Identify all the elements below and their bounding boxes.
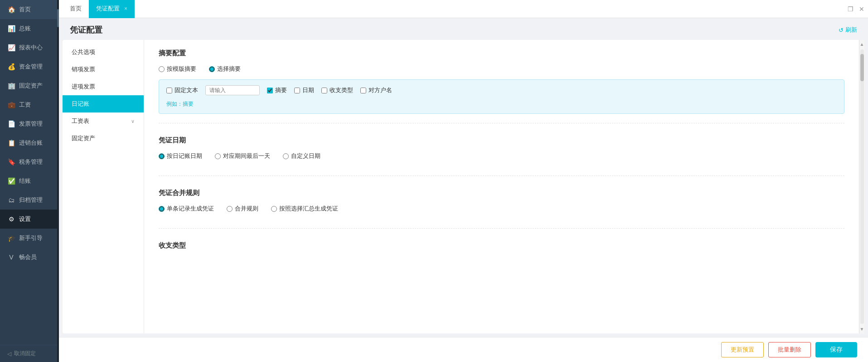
sidebar-item-checkout[interactable]: ✅结账 xyxy=(0,171,59,191)
radio-merge-rule-input[interactable] xyxy=(227,206,233,212)
sidebar-item-settings[interactable]: ⚙设置 xyxy=(0,210,59,229)
sidebar-item-salary[interactable]: 💼工资 xyxy=(0,95,59,114)
footer: 更新预置 批量删除 保存 xyxy=(59,337,868,362)
checkbox-date-label: 日期 xyxy=(302,86,314,94)
left-nav-label: 日记账 xyxy=(72,100,89,108)
scrollbar-up-button[interactable]: ▲ xyxy=(860,40,864,49)
radio-last-day-input[interactable] xyxy=(215,153,221,159)
radio-summary-voucher[interactable]: 按照选择汇总生成凭证 xyxy=(271,205,338,213)
fixed-text-input[interactable] xyxy=(205,85,260,95)
voucher-date-title: 凭证日期 xyxy=(159,136,844,145)
sidebar-item-trade[interactable]: 📋进销台账 xyxy=(0,133,59,152)
checkbox-date[interactable]: 日期 xyxy=(294,86,314,94)
summary-checkbox-row: 固定文本 摘要 日期 xyxy=(166,85,837,95)
radio-merge-rule[interactable]: 合并规则 xyxy=(227,205,258,213)
page-title: 凭证配置 xyxy=(70,24,102,35)
save-button[interactable]: 保存 xyxy=(815,342,857,357)
sidebar-item-label: 工资 xyxy=(19,101,31,109)
radio-custom-date[interactable]: 自定义日期 xyxy=(283,152,320,160)
ledger-icon: 📊 xyxy=(7,25,15,32)
summary-radio-group: 按模版摘要 选择摘要 xyxy=(159,65,844,73)
sidebar-item-assets[interactable]: 🏢固定资产 xyxy=(0,76,59,95)
left-nav-item-journal[interactable]: 日记账 xyxy=(63,95,144,113)
scrollbar-down-button[interactable]: ▼ xyxy=(860,325,864,333)
left-nav-item-payroll[interactable]: 工资表∨ xyxy=(63,113,144,130)
checkbox-fixed-text[interactable]: 固定文本 xyxy=(166,86,198,94)
summary-config-section: 摘要配置 按模版摘要 选择摘要 xyxy=(159,49,844,123)
voucher-date-radio-group: 按日记账日期 对应期间最后一天 自定义日期 xyxy=(159,152,844,160)
checkbox-summary[interactable]: 摘要 xyxy=(267,86,287,94)
checkbox-counterpart-label: 对方户名 xyxy=(369,86,392,94)
left-nav: 公共选项销项发票进项发票日记账工资表∨固定资产 xyxy=(63,40,144,333)
radio-single-record-input[interactable] xyxy=(159,206,165,212)
checkbox-fixed-text-input[interactable] xyxy=(166,88,172,93)
radio-select-summary-input[interactable] xyxy=(209,66,215,72)
tax-icon: 🔖 xyxy=(7,158,15,166)
radio-select-summary[interactable]: 选择摘要 xyxy=(209,65,241,73)
refresh-button[interactable]: ↺ 刷新 xyxy=(839,26,857,34)
member-icon: V xyxy=(7,254,15,261)
radio-last-day[interactable]: 对应期间最后一天 xyxy=(215,152,270,160)
batch-delete-button[interactable]: 批量删除 xyxy=(768,342,811,357)
refresh-icon: ↺ xyxy=(839,27,844,34)
example-text: 例如：摘要 xyxy=(166,100,837,108)
radio-journal-date-input[interactable] xyxy=(159,153,165,159)
income-type-section: 收支类型 xyxy=(159,241,844,266)
sidebar-item-label: 进销台账 xyxy=(19,139,43,147)
content-area: 凭证配置 ↺ 刷新 公共选项销项发票进项发票日记账工资表∨固定资产 摘要配置 按… xyxy=(59,18,868,362)
radio-summary-voucher-input[interactable] xyxy=(271,206,277,212)
left-nav-item-public[interactable]: 公共选项 xyxy=(63,44,144,61)
refresh-label: 刷新 xyxy=(845,26,857,34)
sidebar-unpin-button[interactable]: ◁ 取消固定 xyxy=(0,345,59,362)
checkbox-counterpart-input[interactable] xyxy=(360,88,366,93)
left-nav-item-fixed_assets[interactable]: 固定资产 xyxy=(63,130,144,147)
scrollbar-thumb xyxy=(860,54,864,81)
sidebar-item-tax[interactable]: 🔖税务管理 xyxy=(0,152,59,171)
update-preview-button[interactable]: 更新预置 xyxy=(721,342,764,357)
sidebar-item-archive[interactable]: 🗂归档管理 xyxy=(0,191,59,210)
home-icon: 🏠 xyxy=(7,6,15,13)
radio-custom-date-input[interactable] xyxy=(283,153,289,159)
sidebar-item-label: 发票管理 xyxy=(19,120,43,128)
sidebar-item-reports[interactable]: 📈报表中心 xyxy=(0,38,59,57)
sidebar: 🏠首页📊总账📈报表中心💰资金管理🏢固定资产💼工资📄发票管理📋进销台账🔖税务管理✅… xyxy=(0,0,59,362)
radio-single-record[interactable]: 单条记录生成凭证 xyxy=(159,205,214,213)
sidebar-item-ledger[interactable]: 📊总账 xyxy=(0,19,59,38)
checkout-icon: ✅ xyxy=(7,177,15,185)
checkbox-summary-input[interactable] xyxy=(267,88,273,93)
checkbox-date-input[interactable] xyxy=(294,88,300,93)
radio-template-summary[interactable]: 按模版摘要 xyxy=(159,65,196,73)
inner-layout: 公共选项销项发票进项发票日记账工资表∨固定资产 摘要配置 按模版摘要 选择摘要 xyxy=(63,40,864,333)
sidebar-item-funds[interactable]: 💰资金管理 xyxy=(0,57,59,76)
close-button[interactable]: ✕ xyxy=(859,5,864,13)
funds-icon: 💰 xyxy=(7,63,15,70)
radio-select-summary-label: 选择摘要 xyxy=(217,65,241,73)
trade-icon: 📋 xyxy=(7,139,15,147)
left-nav-item-sales[interactable]: 销项发票 xyxy=(63,61,144,78)
restore-button[interactable]: ❐ xyxy=(848,5,853,13)
sidebar-item-label: 资金管理 xyxy=(19,63,43,71)
tab-voucher[interactable]: 凭证配置× xyxy=(89,0,135,18)
sidebar-item-label: 归档管理 xyxy=(19,196,43,204)
main-area: 首页凭证配置× ❐ ✕ 凭证配置 ↺ 刷新 公共选项销项发票进项发票日记账工资表… xyxy=(59,0,868,362)
left-nav-item-purchase[interactable]: 进项发票 xyxy=(63,78,144,95)
radio-template-summary-input[interactable] xyxy=(159,66,165,72)
chevron-down-icon: ∨ xyxy=(131,118,135,124)
checkbox-counterpart[interactable]: 对方户名 xyxy=(360,86,392,94)
sidebar-item-guide[interactable]: 🎓新手引导 xyxy=(0,229,59,248)
merge-rules-title: 凭证合并规则 xyxy=(159,189,844,197)
sidebar-item-home[interactable]: 🏠首页 xyxy=(0,0,59,19)
checkbox-fixed-text-label: 固定文本 xyxy=(175,86,198,94)
sidebar-item-invoice[interactable]: 📄发票管理 xyxy=(0,114,59,133)
radio-journal-date[interactable]: 按日记账日期 xyxy=(159,152,202,160)
left-nav-label: 固定资产 xyxy=(72,134,95,142)
checkbox-income-type-input[interactable] xyxy=(321,88,327,93)
right-scrollbar: ▲ ▼ xyxy=(859,40,864,333)
tab-home[interactable]: 首页 xyxy=(63,0,89,18)
sidebar-item-member[interactable]: V畅会员 xyxy=(0,248,59,267)
sidebar-scrollbar xyxy=(57,0,59,362)
sidebar-item-label: 畅会员 xyxy=(19,253,37,261)
checkbox-income-type[interactable]: 收支类型 xyxy=(321,86,353,94)
left-nav-label: 工资表 xyxy=(72,117,89,125)
tab-close-button[interactable]: × xyxy=(124,5,127,12)
